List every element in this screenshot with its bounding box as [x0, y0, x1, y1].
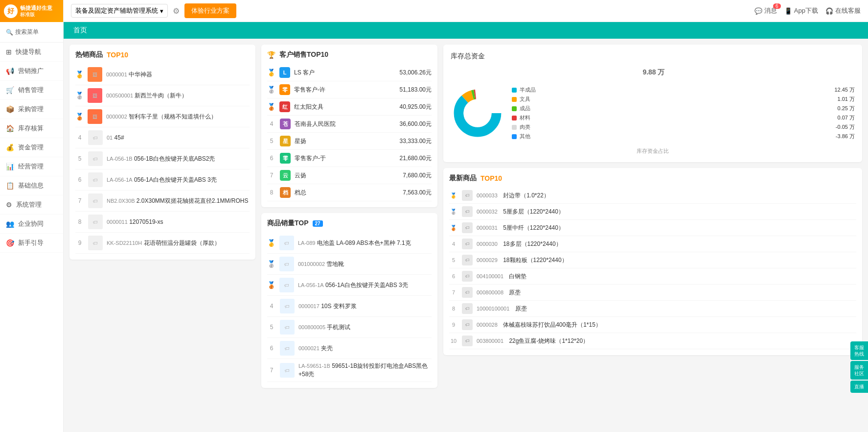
rank-amount: 21,680.00元 — [400, 154, 432, 163]
sidebar-nav-item[interactable]: 📋基础信息 — [0, 176, 63, 195]
customer-rank-item: 🥇 L LS 客户 53,006.26元 — [267, 64, 432, 81]
new-product-thumb: 🏷 — [462, 336, 473, 346]
legend-item: 材料 0.07 万 — [512, 114, 855, 121]
nav-icon: 💰 — [6, 144, 14, 151]
nav-label: 快捷导航 — [16, 48, 41, 56]
legend-name: 成品 — [520, 105, 835, 112]
nav-icon: ⚙ — [6, 201, 12, 209]
sidebar-nav-item[interactable]: ⊞快捷导航 — [0, 43, 63, 62]
product-code: LA-056-1A — [298, 282, 324, 288]
product-code: 01 — [107, 135, 113, 141]
product-info: 0000001 中华神器 — [106, 71, 250, 79]
sidebar-nav-item[interactable]: 🎯新手引导 — [0, 234, 63, 253]
rank-number: 8 — [267, 189, 276, 196]
online-service-btn[interactable]: 🎧 在线客服 — [825, 6, 861, 15]
product-code: 0000021 — [298, 345, 320, 351]
product-code: 0000002 — [106, 114, 127, 120]
rank-name: 零售客户-许 — [294, 86, 396, 94]
medal-icon: 🥉 — [75, 113, 84, 120]
nav-label: 企业协同 — [18, 219, 44, 228]
cs-btn[interactable]: 服务社区 — [850, 361, 868, 380]
rank-amount: 36,600.00元 — [400, 120, 432, 128]
medal-icon: 🥉 — [267, 281, 275, 289]
product-name: 056-1A白色按键开关盖ABS 3壳 — [325, 282, 408, 288]
new-products-list: 🥇 🏷 0000033 封边带（1.0*22） 🥈 🏷 0000032 5厘多层… — [449, 188, 856, 349]
sidebar-nav-item[interactable]: 🛒销售管理 — [0, 81, 63, 100]
product-name: 056-1A白色按键开关盖ABS 3壳 — [134, 176, 217, 183]
customer-rank-item: 8 档 档总 7,563.00元 — [267, 184, 432, 201]
product-code: LA-089 — [298, 240, 315, 246]
legend-name: 其他 — [520, 133, 833, 140]
medal-icon: 🥇 — [267, 69, 275, 76]
new-product-item: 9 🏷 0000028 体械嘉枝味苏打饮品400毫升（1*15） — [449, 317, 856, 333]
sidebar-nav-item[interactable]: 📊经营管理 — [0, 157, 63, 176]
product-code: 0000001 — [106, 72, 127, 77]
new-product-rank: 5 — [449, 257, 458, 263]
mid-rank-item: 6 🏷 0000021 夹壳 — [267, 338, 432, 359]
message-icon: 💬 — [754, 7, 762, 15]
new-product-code: 0000030 — [477, 241, 498, 247]
product-info: 0000017 10S 变料罗浆 — [298, 302, 432, 311]
cs-btn[interactable]: 客服热线 — [850, 341, 868, 360]
rank-number: 4 — [267, 303, 276, 310]
rank-number: 7 — [267, 172, 276, 179]
new-product-name: 18颗粒板（1220*2440） — [502, 256, 568, 264]
system-selector[interactable]: 装备及固定资产辅助管理系统 ▾ — [71, 4, 168, 18]
legend-color — [512, 106, 517, 111]
customer-rank-list: 🥇 L LS 客户 53,006.26元 🥈 零 零售客户-许 51,183.0… — [267, 64, 432, 201]
experience-btn[interactable]: 体验行业方案 — [184, 3, 236, 18]
hot-product-item: 4 🏷 01 45# — [75, 127, 250, 148]
product-thumbnail: 🏷 — [88, 193, 103, 208]
app-download-btn[interactable]: 📱 App下载 — [784, 6, 818, 15]
search-icon: 🔍 — [6, 29, 13, 36]
customer-rank-item: 6 零 零售客户-于 21,680.00元 — [267, 150, 432, 167]
new-product-code: 000800008 — [477, 289, 503, 295]
new-product-code: 0000029 — [477, 257, 498, 263]
legend-color — [512, 97, 517, 102]
cs-btn[interactable]: 直播 — [850, 381, 868, 393]
new-product-rank: 🥉 — [449, 225, 458, 231]
rank-amount: 7,563.00元 — [403, 189, 432, 197]
mid-panel: 🏆 客户销售TOP10 🥇 L LS 客户 53,006.26元 🥈 零 零售客… — [261, 45, 437, 426]
legend-color — [512, 125, 517, 130]
product-code: LA-59651-1B — [298, 363, 330, 369]
hot-products-card: 热销商品 TOP10 🥇 🖼 0000001 中华神器 🥈 🖼 00050000… — [69, 45, 255, 260]
sidebar-nav-item[interactable]: 📦采购管理 — [0, 100, 63, 119]
rank-number: 4 — [267, 120, 276, 127]
nav-icon: 📦 — [6, 105, 14, 113]
new-product-name: 白钢垫 — [507, 272, 526, 281]
home-tab[interactable]: 首页 — [64, 22, 868, 39]
new-product-code: 0000032 — [477, 209, 498, 215]
sidebar-search[interactable]: 🔍 搜索菜单 — [0, 22, 63, 43]
sidebar-nav-item[interactable]: 👥企业协同 — [0, 215, 63, 234]
new-product-name: 封边带（1.0*22） — [502, 192, 549, 200]
nav-label: 库存核算 — [18, 124, 44, 133]
mid-rank-item: 🥈 🏷 001000002 雪地靴 — [267, 254, 432, 275]
legend-color — [512, 134, 517, 139]
nav-label: 采购管理 — [18, 105, 44, 114]
product-info: LA-089 电池盖 LA-089 ABS本色+黑种 7.1克 — [298, 239, 432, 247]
sidebar-nav-item[interactable]: ⚙系统管理 — [0, 195, 63, 215]
message-btn[interactable]: 💬 消息 6 — [754, 6, 777, 15]
mid-rank-item: 5 🏷 000800005 手机测试 — [267, 317, 432, 338]
new-product-rank: 4 — [449, 241, 458, 247]
new-product-thumb: 🏷 — [462, 287, 473, 298]
nav-icon: 👥 — [6, 220, 14, 228]
new-product-item: 🥈 🏷 0000032 5厘多层（1220*2440） — [449, 204, 856, 220]
new-product-rank: 6 — [449, 273, 458, 279]
product-code: KK-SD22110H — [107, 240, 142, 246]
sidebar-nav-item[interactable]: 💰资金管理 — [0, 138, 63, 157]
donut-chart — [451, 86, 504, 140]
product-code: 001000002 — [298, 261, 325, 267]
sidebar-nav-item[interactable]: 📢营销推广 — [0, 62, 63, 81]
rank-avatar: 云 — [280, 170, 291, 181]
product-thumbnail: 🖼 — [88, 88, 102, 103]
new-product-rank: 🥇 — [449, 192, 458, 199]
settings-icon[interactable]: ⚙ — [173, 6, 180, 16]
hot-products-title: 热销商品 TOP10 — [75, 50, 250, 59]
mid-ranking-title: 商品销量TOP 27 — [267, 219, 432, 228]
sidebar-nav-item[interactable]: 🏠库存核算 — [0, 119, 63, 138]
search-button[interactable]: 🔍 搜索菜单 — [4, 26, 59, 38]
new-product-item: 10 🏷 003800001 22g鱼豆腐-烧烤味（1*12*20） — [449, 333, 856, 349]
hot-product-item: 🥇 🖼 0000001 中华神器 — [75, 64, 250, 85]
